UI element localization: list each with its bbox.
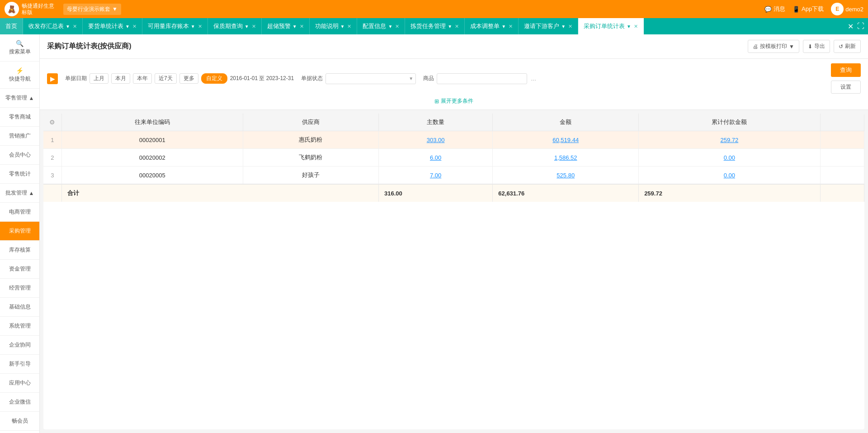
row-quantity[interactable]: 303.00 — [378, 131, 492, 149]
refresh-icon: ↺ — [839, 43, 843, 50]
sidebar-item-operation[interactable]: 经营管理 — [0, 279, 39, 298]
row-quantity[interactable]: 6.00 — [378, 149, 492, 167]
tab-kucun[interactable]: 可用量库存账本 ▼ ✕ — [142, 18, 208, 34]
close-icon[interactable]: ✕ — [509, 24, 513, 29]
sidebar-item-wholesale[interactable]: 批发管理 ▲ — [0, 184, 39, 203]
close-icon[interactable]: ✕ — [132, 24, 137, 29]
chevron-down-icon: ▼ — [388, 24, 392, 29]
sidebar-item-retail-mgmt[interactable]: 零售管理 ▲ — [0, 89, 39, 108]
goods-input[interactable] — [437, 73, 527, 84]
date-more-btn[interactable]: 更多 — [179, 73, 198, 84]
table-row: 3 00020005 好孩子 7.00 525.80 0.00 — [43, 167, 864, 185]
sidebar-item-system[interactable]: 系统管理 — [0, 317, 39, 336]
sidebar-item-search[interactable]: 🔍 搜索菜单 — [0, 34, 39, 62]
status-select[interactable] — [326, 73, 416, 84]
close-icon[interactable]: ✕ — [73, 24, 77, 29]
print-button[interactable]: 🖨 按模板打印 ▼ — [748, 40, 799, 53]
row-index: 1 — [43, 131, 61, 149]
status-select-wrapper: ▼ — [326, 73, 416, 84]
tab-baozhi[interactable]: 保质期查询 ▼ ✕ — [208, 18, 262, 34]
logo-text: 畅捷通好生意 标版 — [22, 3, 54, 16]
maximize-icon[interactable]: ⛶ — [857, 22, 864, 30]
tab-gongneng[interactable]: 功能说明 ▼ ✕ — [310, 18, 358, 34]
workspace-selector[interactable]: 母婴行业演示账套 ▼ — [63, 4, 121, 15]
sidebar-item-retail-stats[interactable]: 零售统计 — [0, 165, 39, 184]
chevron-down-icon: ▼ — [561, 24, 566, 29]
row-supplier: 飞鹤奶粉 — [243, 149, 378, 167]
top-right: 💬 消息 📱 App下载 E demo2 — [764, 3, 863, 15]
more-icon[interactable]: … — [531, 76, 536, 82]
table-area: ⚙ 往来单位编码 供应商 主数量 金额 累计付款金额 1 00020001 — [43, 114, 864, 429]
sidebar-item-marketing[interactable]: 营销推广 — [0, 127, 39, 146]
row-extra — [820, 167, 864, 185]
date-this-year-btn[interactable]: 本年 — [133, 73, 152, 84]
row-amount[interactable]: 525.80 — [493, 167, 639, 185]
col-code-header: 往来单位编码 — [61, 114, 243, 131]
sidebar-item-quicknav[interactable]: ⚡ 快捷导航 — [0, 62, 39, 89]
user-profile[interactable]: E demo2 — [831, 3, 863, 15]
close-icon[interactable]: ✕ — [634, 24, 638, 29]
filter-row: ▶ 单据日期 上月 本月 本年 近7天 更多 自定义 2016-01-01 至 … — [47, 63, 861, 94]
row-amount[interactable]: 60,519.44 — [493, 131, 639, 149]
sidebar-item-member2[interactable]: 畅会员 — [0, 412, 39, 431]
close-icon[interactable]: ✕ — [252, 24, 256, 29]
row-amount[interactable]: 1,586.52 — [493, 149, 639, 167]
sidebar-item-ecommerce[interactable]: 电商管理 — [0, 203, 39, 222]
tab-peizhi[interactable]: 配置信息 ▼ ✕ — [357, 18, 405, 34]
gear-icon[interactable]: ⚙ — [49, 119, 55, 126]
row-paid[interactable]: 0.00 — [639, 149, 820, 167]
tab-shoufacun[interactable]: 收发存汇总表 ▼ ✕ — [23, 18, 83, 34]
nav-icon: ⚡ — [3, 67, 37, 74]
close-icon[interactable]: ✕ — [300, 24, 304, 29]
tab-yaohuo[interactable]: 要货单统计表 ▼ ✕ — [83, 18, 142, 34]
table-body: 1 00020001 惠氏奶粉 303.00 60,519.44 259.72 … — [43, 131, 864, 185]
tab-caigou-active[interactable]: 采购订单统计表 ▼ ✕ — [578, 18, 644, 34]
tab-chaochuyujing[interactable]: 超储预警 ▼ ✕ — [262, 18, 310, 34]
date-custom-btn[interactable]: 自定义 — [201, 73, 227, 84]
date-7days-btn[interactable]: 近7天 — [155, 73, 177, 84]
row-index: 2 — [43, 149, 61, 167]
sidebar-item-member[interactable]: 会员中心 — [0, 146, 39, 165]
sidebar-item-basic-info[interactable]: 基础信息 — [0, 298, 39, 317]
export-button[interactable]: ⬇ 导出 — [803, 40, 830, 53]
sidebar-item-cooperation[interactable]: 企业协同 — [0, 336, 39, 355]
settings-button[interactable]: 设置 — [831, 81, 861, 94]
chevron-down-icon: ▼ — [66, 24, 70, 29]
row-quantity[interactable]: 7.00 — [378, 167, 492, 185]
sidebar-item-inventory[interactable]: 库存核算 — [0, 241, 39, 260]
date-this-month-btn[interactable]: 本月 — [111, 73, 130, 84]
tab-jianhuo[interactable]: 拣货任务管理 ▼ ✕ — [405, 18, 465, 34]
date-quick-buttons: 上月 本月 本年 近7天 更多 自定义 — [90, 73, 227, 84]
sidebar-item-purchase[interactable]: 采购管理 — [0, 222, 39, 241]
close-window-icon[interactable]: ✕ — [848, 22, 854, 31]
sidebar-item-newuser[interactable]: 新手引导 — [0, 355, 39, 374]
row-paid[interactable]: 0.00 — [639, 167, 820, 185]
refresh-button[interactable]: ↺ 刷新 — [834, 40, 861, 53]
filter-toggle-button[interactable]: ▶ — [47, 73, 58, 84]
expand-filter-button[interactable]: ⊞ 展开更多条件 — [434, 97, 473, 105]
main-content: 采购订单统计表(按供应商) 🖨 按模板打印 ▼ ⬇ 导出 ↺ 刷新 — [40, 34, 868, 433]
row-paid[interactable]: 259.72 — [639, 131, 820, 149]
chevron-down-icon: ▼ — [448, 24, 452, 29]
date-last-month-btn[interactable]: 上月 — [90, 73, 108, 84]
query-button[interactable]: 查询 — [831, 63, 861, 77]
close-icon[interactable]: ✕ — [198, 24, 202, 29]
close-icon[interactable]: ✕ — [568, 24, 572, 29]
tab-chengben[interactable]: 成本调整单 ▼ ✕ — [465, 18, 519, 34]
avatar: E — [831, 3, 844, 15]
close-icon[interactable]: ✕ — [455, 24, 459, 29]
app-download-btn[interactable]: 📱 App下载 — [793, 5, 824, 13]
sidebar-item-enterprise-wechat[interactable]: 企业微信 — [0, 393, 39, 412]
close-icon[interactable]: ✕ — [395, 24, 399, 29]
footer-extra — [820, 184, 864, 202]
sidebar-item-finance[interactable]: 资金管理 — [0, 260, 39, 279]
sidebar-item-appcenter[interactable]: 应用中心 — [0, 374, 39, 393]
tab-home[interactable]: 首页 — [0, 18, 23, 34]
filter-expand-row: ⊞ 展开更多条件 — [47, 97, 861, 105]
footer-label: 合计 — [61, 184, 378, 202]
message-btn[interactable]: 💬 消息 — [764, 5, 785, 13]
page-title: 采购订单统计表(按供应商) — [47, 42, 132, 57]
tab-yaoqing[interactable]: 邀请下游客户 ▼ ✕ — [519, 18, 578, 34]
sidebar-item-retail-shop[interactable]: 零售商城 — [0, 108, 39, 127]
close-icon[interactable]: ✕ — [347, 24, 351, 29]
